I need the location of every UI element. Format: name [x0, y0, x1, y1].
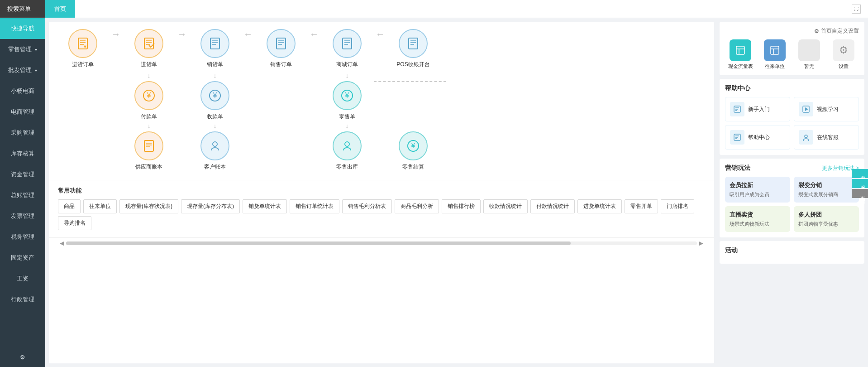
mk-title: 营销玩法 [725, 164, 750, 172]
qa-item-units[interactable]: 往来单位 [759, 39, 790, 70]
flow-node-sales-order[interactable]: 销售订单 [256, 29, 306, 68]
hc-item-beginner[interactable]: 新手入门 [725, 97, 790, 121]
sidebar-item-retail[interactable]: 零售管理 ▾ [0, 39, 45, 60]
none-icon [798, 39, 820, 61]
customer-icon [200, 131, 229, 160]
units-icon [764, 39, 786, 61]
payment-icon: ¥ [134, 81, 163, 110]
flow-node-payment[interactable]: ¥ 付款单 [124, 81, 174, 121]
float-btn-service[interactable]: 客服热线 [852, 169, 868, 178]
marketing-panel: 营销玩法 更多营销玩法 > 会员拉新 吸引用户成为会员 裂变分销 裂变式发展分销… [720, 159, 864, 237]
sidebar-item-quicknav[interactable]: 快捷导航 [0, 18, 45, 39]
search-menu-button[interactable]: 搜索菜单 [0, 0, 45, 18]
flow-node-pos[interactable]: POS收银开台 [388, 29, 438, 68]
sidebar-item-wholesale[interactable]: 批发管理 ▾ [0, 60, 45, 81]
flow-node-retail-settle[interactable]: ¥ 零售结算 [388, 131, 438, 171]
mk-group-title: 多人拼团 [798, 211, 854, 219]
cf-btn-order-stat[interactable]: 销售订单统计表 [290, 199, 339, 213]
sidebar-bottom: ⚙ [0, 348, 45, 367]
float-btn-community[interactable]: 服务社区 [852, 179, 868, 188]
cf-btn-inventory-status[interactable]: 现存量(库存状况表) [119, 199, 178, 213]
sidebar-item-ecommerce[interactable]: 电商管理 [0, 101, 45, 122]
cf-btn-guide-rank[interactable]: 导购排名 [58, 216, 91, 230]
flow-node-sales-receipt[interactable]: 销货单 [190, 29, 240, 68]
scroll-left-arrow[interactable]: ◀ [58, 240, 66, 246]
mk-item-fission[interactable]: 裂变分销 裂变式发展分销商 [794, 177, 859, 203]
flow-node-purchase-receipt[interactable]: 进货单 [124, 29, 174, 68]
cf-btn-product-margin[interactable]: 商品毛利分析 [395, 199, 439, 213]
sidebar-item-invoice[interactable]: 发票管理 [0, 206, 45, 227]
main-layout: 快捷导航 零售管理 ▾ 批发管理 ▾ 小畅电商 电商管理 采购管理 库存核算 资… [0, 18, 868, 367]
cf-btn-retail-order[interactable]: 零售开单 [625, 199, 658, 213]
scroll-track[interactable] [66, 241, 697, 245]
flow-node-purchase-order[interactable]: 进货订单 [58, 29, 108, 68]
fullscreen-button[interactable]: ⛶ [852, 5, 861, 14]
flow-node-retail-order[interactable]: ¥ 零售单 [322, 81, 372, 121]
qa-settings-header[interactable]: ⚙ 首页自定义设置 [725, 27, 859, 35]
sidebar-item-procurement[interactable]: 采购管理 [0, 122, 45, 143]
settings-label: 设置 [839, 63, 849, 70]
down-arrow-purchase2: ↓ [124, 72, 174, 79]
flow-node-supplier[interactable]: 供应商账本 [124, 131, 174, 171]
cf-btn-payment-stat[interactable]: 付款情况统计 [530, 199, 575, 213]
purchase-order-label: 进货订单 [72, 61, 94, 68]
customer-label: 客户账本 [204, 163, 226, 171]
flow-node-receipt[interactable]: ¥ 收款单 [190, 81, 240, 121]
sidebar-item-finance[interactable]: 资金管理 [0, 164, 45, 185]
flow-node-mall-order[interactable]: 商城订单 [322, 29, 372, 68]
svg-rect-38 [736, 46, 744, 54]
flow-node-customer[interactable]: 客户账本 [190, 131, 240, 171]
sales-receipt-icon [200, 29, 229, 58]
hc-title: 帮助中心 [725, 84, 859, 92]
cf-btn-inventory-dist[interactable]: 现存量(库存分布表) [181, 199, 240, 213]
down-arrow-sales: ↓ [190, 72, 240, 79]
float-btn-desktop[interactable]: 桌面快捷 [852, 189, 868, 198]
sidebar-item-tax[interactable]: 税务管理 [0, 227, 45, 247]
cf-btn-receipt-stat[interactable]: 收款情况统计 [483, 199, 528, 213]
qa-item-none[interactable]: 暂无 [794, 39, 825, 70]
cf-btn-store-rank[interactable]: 门店排名 [661, 199, 694, 213]
sidebar-item-payroll[interactable]: 工资 [0, 268, 45, 289]
cf-btn-sales-margin[interactable]: 销售毛利分析表 [342, 199, 392, 213]
beginner-icon [730, 102, 744, 116]
mk-item-member[interactable]: 会员拉新 吸引用户成为会员 [725, 177, 790, 203]
sidebar-item-admin[interactable]: 行政管理 [0, 289, 45, 310]
sidebar-item-assets[interactable]: 固定资产 [0, 247, 45, 268]
down-arrow-payment: ↓ [124, 122, 174, 130]
cf-btn-unit[interactable]: 往来单位 [83, 199, 117, 213]
tab-home[interactable]: 首页 [45, 0, 75, 18]
svg-rect-41 [771, 46, 779, 54]
cf-btn-product[interactable]: 商品 [58, 199, 81, 213]
cf-btn-sales-rank[interactable]: 销售排行榜 [442, 199, 481, 213]
qa-grid: 现金流量表 往来单位 暂无 ⚙ 设置 [725, 39, 859, 70]
quick-access-panel: ⚙ 首页自定义设置 现金流量表 往来单位 [720, 22, 864, 75]
svg-text:¥: ¥ [213, 92, 217, 99]
sidebar-item-inventory[interactable]: 库存核算 [0, 143, 45, 164]
right-panel: ⚙ 首页自定义设置 现金流量表 往来单位 [720, 22, 864, 363]
cashflow-label: 现金流量表 [728, 63, 753, 70]
mk-member-title: 会员拉新 [730, 181, 786, 189]
mk-live-title: 直播卖货 [730, 211, 786, 219]
mk-item-group[interactable]: 多人拼团 拼团购物享受优惠 [794, 206, 859, 232]
hc-item-support[interactable]: 在线客服 [794, 125, 859, 150]
svg-point-35 [345, 142, 349, 146]
hc-item-help[interactable]: 帮助中心 [725, 125, 790, 150]
sidebar-item-ecommerce-small[interactable]: 小畅电商 [0, 81, 45, 101]
sidebar-gear-icon[interactable]: ⚙ [0, 348, 45, 367]
video-label: 视频学习 [817, 106, 839, 113]
qa-item-settings[interactable]: ⚙ 设置 [828, 39, 859, 70]
video-icon [799, 102, 813, 116]
activities-panel: 活动 [720, 241, 864, 264]
hc-item-video[interactable]: 视频学习 [794, 97, 859, 121]
cf-btn-purchase-stat[interactable]: 进货单统计表 [577, 199, 622, 213]
cf-btn-sales-stat[interactable]: 销货单统计表 [243, 199, 287, 213]
arrow-3: → [240, 29, 256, 51]
retail-order-label: 零售单 [339, 113, 355, 121]
sidebar-item-ledger[interactable]: 总账管理 [0, 185, 45, 206]
support-icon [799, 130, 813, 145]
mk-item-live[interactable]: 直播卖货 场景式购物新玩法 [725, 206, 790, 232]
scroll-right-arrow[interactable]: ▶ [697, 240, 705, 246]
flow-node-retail-out[interactable]: 零售出库 [322, 131, 372, 171]
qa-item-cashflow[interactable]: 现金流量表 [725, 39, 756, 70]
activities-title: 活动 [725, 246, 859, 255]
